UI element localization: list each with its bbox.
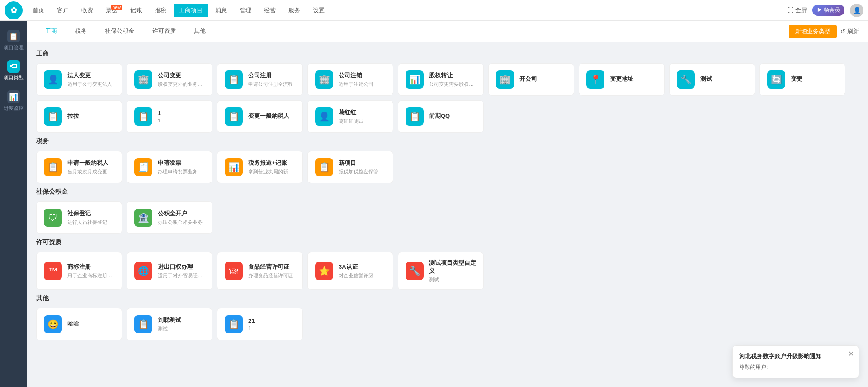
card-公积金开户[interactable]: 🏦 公积金开户 办理公积金相关业务: [127, 201, 212, 234]
main-content: 工商税务社保公积金许可资质其他 新增业务类型 ↺ 刷新 工商 👤 法人变更 适用…: [27, 21, 868, 387]
nav-item-设置[interactable]: 设置: [307, 4, 330, 17]
card-info: 公司变更 股权变更外的业务变更: [158, 71, 205, 88]
card-3A认证[interactable]: ⭐ 3A认证 对企业信誉评级: [307, 252, 393, 290]
section-title-社保公积金: 社保公积金: [36, 188, 859, 196]
card-公司变更[interactable]: 🏢 公司变更 股权变更外的业务变更: [127, 63, 212, 96]
tab-社保公积金[interactable]: 社保公积金: [96, 21, 143, 42]
nav-item-工商项目[interactable]: 工商项目: [174, 4, 208, 17]
nav-item-管理[interactable]: 管理: [234, 4, 257, 17]
card-name: 测试: [700, 75, 747, 83]
card-开公司[interactable]: 🏢 开公司: [488, 63, 574, 96]
sidebar-label: 项目管理: [4, 44, 24, 51]
sidebar-item-项目类型[interactable]: 🏷 项目类型: [0, 56, 27, 86]
card-测试项目类型自定义[interactable]: 🔧 测试项目类型自定义 测试: [398, 252, 484, 290]
card-税务报道+记账[interactable]: 📊 税务报道+记账 拿到营业执照的新公司: [217, 151, 303, 183]
card-新项目[interactable]: 📋 新项目 报税加税控盘保管: [307, 151, 393, 183]
card-进出口权办理[interactable]: 🌐 进出口权办理 适用于对外贸易经营者: [127, 252, 212, 290]
refresh-label: 刷新: [847, 28, 859, 36]
card-申请一般纳税人[interactable]: 📋 申请一般纳税人 当月或次月成变更完成: [36, 151, 122, 183]
nav-item-首页[interactable]: 首页: [27, 4, 50, 17]
card-name: 前期QQ: [429, 112, 476, 120]
card-申请发票[interactable]: 🧾 申请发票 办理申请发票业务: [127, 151, 212, 183]
notification-popup: ✕ 河北税务数字账户升级影响通知 尊敬的用户:: [732, 345, 859, 378]
card-desc: 测试: [429, 276, 476, 283]
card-info: 商标注册 用于企业商标注册服务: [67, 263, 114, 279]
nav-item-收费[interactable]: 收费: [76, 4, 99, 17]
card-哈哈[interactable]: 😄 哈哈: [36, 308, 122, 340]
logo[interactable]: ✿: [5, 1, 23, 19]
tab-工商[interactable]: 工商: [36, 21, 66, 42]
card-desc: 适用于注销公司: [339, 81, 386, 88]
tabs-actions: 新增业务类型 ↺ 刷新: [789, 25, 859, 38]
card-葛红红[interactable]: 👤 葛红红 葛红红测试: [307, 100, 393, 133]
card-法人变更[interactable]: 👤 法人变更 适用于公司变更法人: [36, 63, 122, 96]
card-icon: 🏢: [134, 70, 152, 89]
card-info: 哈哈: [67, 320, 114, 329]
card-name: 商标注册: [67, 263, 114, 271]
card-info: 申请发票 办理申请发票业务: [158, 159, 205, 175]
fullscreen-btn[interactable]: ⛶ 全屏: [788, 6, 807, 14]
card-desc: 测试: [158, 326, 205, 332]
tab-其他[interactable]: 其他: [185, 21, 215, 42]
card-公司注册[interactable]: 📋 公司注册 申请公司注册全流程: [217, 63, 303, 96]
nav-item-记账[interactable]: 记账: [125, 4, 147, 17]
card-刘聪测试[interactable]: 📋 刘聪测试 测试: [127, 308, 212, 340]
card-icon: 👤: [44, 70, 62, 89]
avatar[interactable]: 👤: [850, 4, 863, 17]
card-name: 法人变更: [67, 71, 114, 79]
card-info: 社保登记 进行人员社保登记: [67, 210, 114, 226]
card-变更一般纳税人[interactable]: 📋 变更一般纳税人: [217, 100, 303, 133]
card-商标注册[interactable]: ™ 商标注册 用于企业商标注册服务: [36, 252, 122, 290]
refresh-button[interactable]: ↺ 刷新: [840, 28, 859, 36]
card-desc: 办理申请发票业务: [158, 168, 205, 175]
card-name: 拉拉: [67, 112, 114, 120]
card-变更地址[interactable]: 📍 变更地址: [579, 63, 665, 96]
card-icon: 📊: [406, 70, 424, 89]
card-name: 葛红红: [339, 108, 386, 117]
nav-item-客户[interactable]: 客户: [52, 4, 74, 17]
nav-item-消息[interactable]: 消息: [210, 4, 232, 17]
avatar-icon: 👤: [853, 7, 861, 14]
nav-item-报税[interactable]: 报税: [149, 4, 172, 17]
card-股权转让[interactable]: 📊 股权转让 公司变更需要股权转让: [398, 63, 484, 96]
card-前期QQ[interactable]: 📋 前期QQ: [398, 100, 484, 133]
card-食品经营许可证[interactable]: 🍽 食品经营许可证 办理食品经营许可证: [217, 252, 303, 290]
card-name: 哈哈: [67, 320, 114, 328]
sidebar-item-进度监控[interactable]: 📊 进度监控: [0, 86, 27, 116]
card-info: 测试: [700, 75, 747, 84]
card-社保登记[interactable]: 🛡 社保登记 进行人员社保登记: [36, 201, 122, 234]
card-变更[interactable]: 🔄 变更: [760, 63, 845, 96]
card-icon: 📋: [225, 315, 243, 333]
cards-grid-税务: 📋 申请一般纳税人 当月或次月成变更完成 🧾 申请发票 办理申请发票业务 📊 税…: [36, 151, 859, 183]
card-21[interactable]: 📋 21 1: [217, 308, 303, 340]
card-icon: 📋: [225, 107, 243, 126]
card-拉拉[interactable]: 📋 拉拉: [36, 100, 122, 133]
notification-close-button[interactable]: ✕: [848, 350, 854, 358]
card-desc: 办理公积金相关业务: [158, 219, 205, 226]
card-desc: 报税加税控盘保管: [339, 168, 386, 175]
card-测试[interactable]: 🔧 测试: [669, 63, 755, 96]
new-type-button[interactable]: 新增业务类型: [789, 25, 837, 38]
tab-许可资质[interactable]: 许可资质: [143, 21, 185, 42]
card-info: 21 1: [248, 317, 295, 331]
card-desc: 股权变更外的业务变更: [158, 81, 205, 88]
card-name: 变更地址: [610, 75, 657, 83]
nav-item-票据[interactable]: 票据new: [100, 4, 123, 17]
fullscreen-icon: ⛶: [788, 7, 793, 14]
sidebar-item-项目管理[interactable]: 📋 项目管理: [0, 25, 27, 56]
card-公司注销[interactable]: 🏢 公司注销 适用于注销公司: [307, 63, 393, 96]
card-info: 法人变更 适用于公司变更法人: [67, 71, 114, 88]
card-info: 变更地址: [610, 75, 657, 84]
nav-item-经营[interactable]: 经营: [259, 4, 281, 17]
vip-button[interactable]: ▶ 畅会员: [812, 5, 844, 16]
card-name: 新项目: [339, 159, 386, 167]
sidebar-icon: 📊: [7, 90, 20, 103]
card-icon: 🔧: [677, 70, 695, 89]
card-name: 食品经营许可证: [248, 263, 295, 271]
nav-item-服务[interactable]: 服务: [283, 4, 306, 17]
card-icon: 📍: [586, 70, 604, 89]
notification-text: 尊敬的用户:: [739, 363, 852, 371]
card-1[interactable]: 📋 1 1: [127, 100, 212, 133]
tab-税务[interactable]: 税务: [66, 21, 96, 42]
card-info: 3A认证 对企业信誉评级: [339, 263, 386, 279]
